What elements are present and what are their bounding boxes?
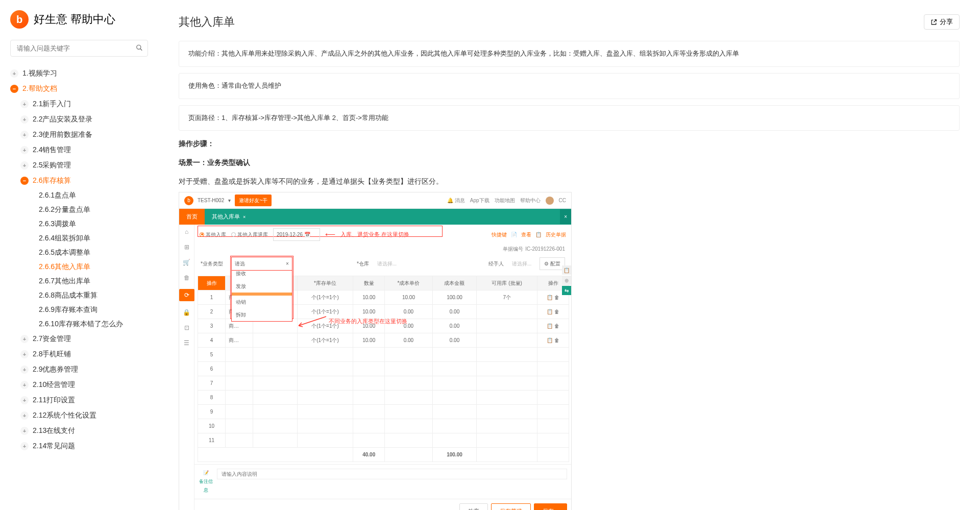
- search-box: [10, 40, 148, 57]
- nav-item[interactable]: 2.6.6其他入库单: [39, 260, 148, 274]
- nav-item[interactable]: +2.14常见问题: [20, 439, 148, 454]
- expand-icon[interactable]: +: [10, 69, 18, 78]
- logo-icon: b: [10, 10, 29, 29]
- mock-footer: 放弃 保存草稿 保存 ▾: [194, 499, 571, 510]
- mock-remark: 📝备注信息: [194, 464, 571, 499]
- nav-item[interactable]: −2.帮助文档: [10, 81, 148, 96]
- nav-item[interactable]: +2.11打印设置: [20, 393, 148, 408]
- nav-item[interactable]: −2.6库存核算: [20, 173, 148, 188]
- svg-line-1: [140, 48, 142, 51]
- sidebar: b 好生意 帮助中心 +1.视频学习−2.帮助文档+2.1新手入门+2.2产品安…: [0, 0, 158, 510]
- main-content: 其他入库单 分享 功能介绍：其他入库单用来处理除采购入库、产成品入库之外的其他入…: [158, 0, 980, 510]
- mock-date: 2019-12-26 📅: [273, 228, 320, 241]
- nav-item[interactable]: +2.2产品安装及登录: [20, 112, 148, 127]
- share-button[interactable]: 分享: [924, 14, 960, 30]
- mock-tab-doc: 其他入库单×: [205, 209, 253, 225]
- nav-item[interactable]: +2.8手机旺铺: [20, 347, 148, 362]
- share-icon: [930, 19, 937, 26]
- mock-tab-home: 首页: [179, 209, 205, 225]
- nav-item[interactable]: +2.1新手入门: [20, 96, 148, 112]
- nav-item[interactable]: 2.6.2分量盘点单: [39, 203, 148, 217]
- mock-side-tools: 📋⊕⇆: [562, 265, 571, 295]
- nav-tree: +1.视频学习−2.帮助文档+2.1新手入门+2.2产品安装及登录+2.3使用前…: [10, 66, 148, 454]
- mock-cancel-button: 放弃: [459, 503, 488, 510]
- site-title: 好生意 帮助中心: [34, 12, 115, 27]
- expand-icon[interactable]: +: [20, 381, 29, 389]
- nav-item[interactable]: +2.4销售管理: [20, 142, 148, 158]
- expand-icon[interactable]: +: [20, 115, 29, 124]
- mock-tabs: 首页 其他入库单× ×: [179, 209, 571, 225]
- mock-topbar: b TEST-H002 ▾ 邀请好友~干 🔔 消息App下载功能地图帮助中心CC: [179, 192, 571, 209]
- scene1-text: 对于受赠、盘盈或是拆装入库等不同的业务，是通过单据头【业务类型】进行区分。: [179, 175, 960, 188]
- expand-icon[interactable]: +: [20, 146, 29, 154]
- mock-close-all: ×: [560, 209, 571, 224]
- nav-item[interactable]: +2.12系统个性化设置: [20, 408, 148, 423]
- expand-icon[interactable]: +: [20, 161, 29, 169]
- nav-item[interactable]: 2.6.7其他出库单: [39, 274, 148, 288]
- avatar: [546, 197, 554, 205]
- site-logo[interactable]: b 好生意 帮助中心: [10, 10, 148, 29]
- nav-item[interactable]: 2.6.3调拨单: [39, 217, 148, 231]
- expand-icon[interactable]: +: [20, 442, 29, 450]
- nav-item[interactable]: 2.6.5成本调整单: [39, 246, 148, 260]
- nav-item[interactable]: +2.5采购管理: [20, 158, 148, 173]
- svg-point-0: [137, 45, 141, 49]
- nav-item[interactable]: +2.13在线支付: [20, 423, 148, 439]
- expand-icon[interactable]: +: [20, 131, 29, 139]
- expand-icon[interactable]: +: [20, 427, 29, 435]
- nav-item[interactable]: +2.9优惠券管理: [20, 362, 148, 377]
- expand-icon[interactable]: +: [20, 335, 29, 343]
- article-body: 操作步骤： 场景一：业务类型确认 对于受赠、盘盈或是拆装入库等不同的业务，是通过…: [179, 137, 960, 510]
- expand-icon[interactable]: +: [20, 366, 29, 374]
- path-box: 页面路径：1、库存核算->库存管理->其他入库单 2、首页->常用功能: [179, 105, 960, 131]
- nav-item[interactable]: 2.6.4组装拆卸单: [39, 231, 148, 246]
- nav-item[interactable]: 2.6.9库存账本查询: [39, 303, 148, 317]
- nav-item[interactable]: 2.6.1盘点单: [39, 188, 148, 203]
- nav-item[interactable]: 2.6.10库存账本错了怎么办: [39, 317, 148, 331]
- steps-heading: 操作步骤：: [179, 137, 960, 151]
- intro-box: 功能介绍：其他入库单用来处理除采购入库、产成品入库之外的其他入库业务，因此其他入…: [179, 41, 960, 67]
- collapse-icon[interactable]: −: [10, 85, 18, 93]
- mock-sidebar: ⌂⊞🛒🗑⟳🔒⊡☰: [179, 225, 194, 510]
- expand-icon[interactable]: +: [20, 100, 29, 108]
- page-title: 其他入库单: [179, 14, 235, 30]
- mock-link-shortcut: 快捷键: [492, 230, 507, 239]
- expand-icon[interactable]: +: [20, 350, 29, 358]
- mock-draft-button: 保存草稿: [491, 503, 531, 510]
- nav-item[interactable]: +2.7资金管理: [20, 331, 148, 347]
- red-annotation-2: 不同业务的入库类型在这里切换: [297, 315, 407, 328]
- nav-item[interactable]: +2.10经营管理: [20, 377, 148, 393]
- mock-biztype-dropdown: 请选× 接收发放动销拆卸: [231, 257, 292, 271]
- mock-invite-button: 邀请好友~干: [235, 195, 272, 206]
- nav-item[interactable]: +1.视频学习: [10, 66, 148, 81]
- scene1-heading: 场景一：业务类型确认: [179, 156, 960, 169]
- mock-logo-icon: b: [184, 196, 193, 205]
- expand-icon[interactable]: +: [20, 411, 29, 420]
- mock-save-button: 保存 ▾: [534, 503, 567, 510]
- example-screenshot: b TEST-H002 ▾ 邀请好友~干 🔔 消息App下载功能地图帮助中心CC…: [179, 192, 572, 510]
- expand-icon[interactable]: +: [20, 396, 29, 404]
- search-input[interactable]: [10, 40, 148, 57]
- search-icon[interactable]: [136, 44, 143, 53]
- nav-item[interactable]: 2.6.8商品成本重算: [39, 288, 148, 303]
- role-box: 使用角色：通常由仓管人员维护: [179, 73, 960, 99]
- nav-item[interactable]: +2.3使用前数据准备: [20, 127, 148, 142]
- collapse-icon[interactable]: −: [20, 177, 29, 185]
